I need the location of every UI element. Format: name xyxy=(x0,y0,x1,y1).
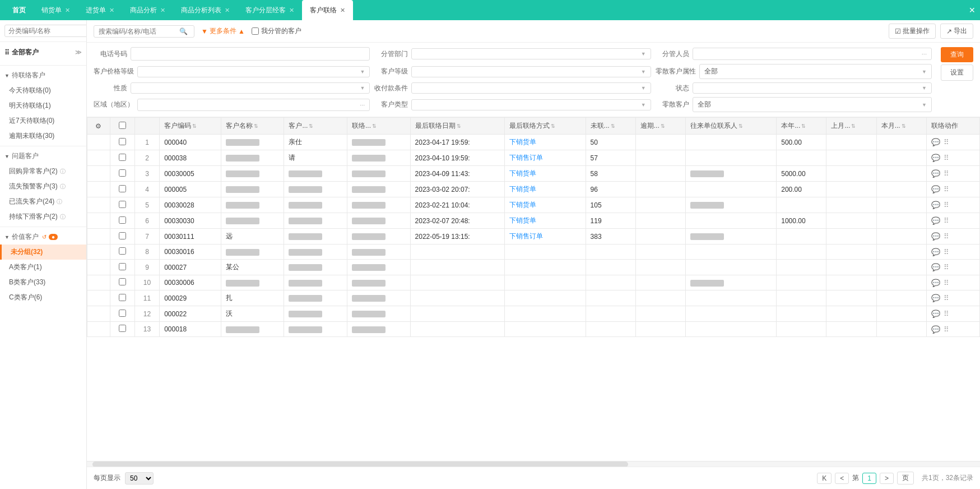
cell-checkbox-4[interactable] xyxy=(110,197,134,213)
sidebar-item-warning[interactable]: 流失预警客户(3) ⓘ xyxy=(0,179,86,194)
th-last-method-sort[interactable]: ⇅ xyxy=(551,123,555,129)
sidebar-item-c[interactable]: C类客户(6) xyxy=(0,290,86,305)
th-this-year[interactable]: 本年...⇅ xyxy=(777,118,826,135)
collapse-icon[interactable]: ≫ xyxy=(75,49,82,56)
more-icon-5[interactable]: ⠿ xyxy=(944,216,949,225)
cell-checkbox-6[interactable] xyxy=(110,229,134,245)
th-last-date-sort[interactable]: ⇅ xyxy=(457,123,461,129)
tab-sales-close[interactable]: ✕ xyxy=(65,7,70,14)
batch-op-button[interactable]: ☑ 批量操作 xyxy=(889,24,936,39)
cell-checkbox-8[interactable] xyxy=(110,260,134,275)
more-icon-6[interactable]: ⠿ xyxy=(944,232,949,241)
sidebar-item-declining[interactable]: 持续下滑客户(2) ⓘ xyxy=(0,209,86,224)
th-name-sort[interactable]: ⇅ xyxy=(254,123,258,129)
adv-cust-type-select[interactable]: ▼ xyxy=(411,99,651,110)
th-last-month-sort[interactable]: ⇅ xyxy=(851,123,856,129)
adv-payment-select[interactable]: ▼ xyxy=(411,82,651,94)
th-contact[interactable]: 联络...⇅ xyxy=(347,118,410,135)
cell-last-method-6[interactable]: 下销售订单 xyxy=(504,229,586,245)
page-size-select[interactable]: 50 100 200 xyxy=(125,472,154,485)
cell-checkbox-5[interactable] xyxy=(110,213,134,229)
more-icon-7[interactable]: ⠿ xyxy=(944,248,949,256)
adv-manager-select[interactable]: ··· xyxy=(693,48,932,60)
message-icon-2[interactable]: 💬 xyxy=(931,169,940,178)
adv-cust-grade-select[interactable]: ▼ xyxy=(411,66,651,77)
cell-last-method-10[interactable] xyxy=(504,290,586,306)
th-name[interactable]: 客户名称⇅ xyxy=(221,118,284,135)
filter-more-btn[interactable]: ▼ 更多条件 ▲ xyxy=(201,26,245,36)
cell-last-method-12[interactable] xyxy=(504,322,586,337)
message-icon-3[interactable]: 💬 xyxy=(931,185,940,193)
th-type-sort[interactable]: ⇅ xyxy=(309,123,313,129)
message-icon-6[interactable]: 💬 xyxy=(931,232,940,241)
th-overdue[interactable]: 逾期...⇅ xyxy=(635,118,685,135)
th-last-month[interactable]: 上月...⇅ xyxy=(826,118,876,135)
tab-customer-contact[interactable]: 客户联络 ✕ xyxy=(302,0,353,20)
sidebar-item-a[interactable]: A类客户(1) xyxy=(0,260,86,275)
more-icon-2[interactable]: ⠿ xyxy=(944,169,949,178)
tab-customer-segment-close[interactable]: ✕ xyxy=(289,7,294,14)
tab-customer-segment[interactable]: 客户分层经客 ✕ xyxy=(238,0,302,20)
th-this-year-sort[interactable]: ⇅ xyxy=(801,123,806,129)
cell-last-method-5[interactable]: 下销货单 xyxy=(504,213,586,229)
message-icon-1[interactable]: 💬 xyxy=(931,154,940,162)
more-icon-8[interactable]: ⠿ xyxy=(944,263,949,271)
th-this-month[interactable]: 本月...⇅ xyxy=(876,118,926,135)
th-last-date[interactable]: 最后联络日期⇅ xyxy=(410,118,504,135)
prev-page-btn[interactable]: < xyxy=(835,473,849,484)
value-customers-header[interactable]: ▼ 价值客户 ↺ ● xyxy=(0,229,86,245)
sidebar-item-abnormal[interactable]: 回购异常客户(2) ⓘ xyxy=(0,164,86,179)
tab-purchase-close[interactable]: ✕ xyxy=(109,7,114,14)
cell-checkbox-11[interactable] xyxy=(110,306,134,322)
message-icon-9[interactable]: 💬 xyxy=(931,279,940,287)
cell-last-method-11[interactable] xyxy=(504,306,586,322)
all-customers-header[interactable]: ⠿ 全部客户 ≫ xyxy=(0,45,86,59)
message-icon-12[interactable]: 💬 xyxy=(931,325,940,334)
th-checkbox[interactable] xyxy=(110,118,134,135)
more-icon-1[interactable]: ⠿ xyxy=(944,154,949,162)
message-icon-7[interactable]: 💬 xyxy=(931,248,940,256)
tab-product-analysis-list[interactable]: 商品分析列表 ✕ xyxy=(173,0,238,20)
sidebar-item-b[interactable]: B类客户(33) xyxy=(0,275,86,290)
cell-checkbox-2[interactable] xyxy=(110,166,134,182)
message-icon-11[interactable]: 💬 xyxy=(931,310,940,318)
message-icon-8[interactable]: 💬 xyxy=(931,263,940,271)
message-icon-10[interactable]: 💬 xyxy=(931,294,940,302)
cell-checkbox-7[interactable] xyxy=(110,245,134,260)
adv-price-grade-select[interactable]: ▼ xyxy=(137,66,370,77)
adv-dept-select[interactable]: ▼ xyxy=(411,48,651,59)
tab-purchase[interactable]: 进货单 ✕ xyxy=(78,0,122,20)
last-page-btn[interactable]: 页 xyxy=(897,472,914,485)
cell-checkbox-1[interactable] xyxy=(110,150,134,166)
tab-customer-contact-close[interactable]: ✕ xyxy=(340,7,345,14)
cell-checkbox-10[interactable] xyxy=(110,290,134,306)
cell-last-method-0[interactable]: 下销货单 xyxy=(504,135,586,150)
more-icon-12[interactable]: ⠿ xyxy=(944,325,949,334)
cell-last-method-1[interactable]: 下销售订单 xyxy=(504,150,586,166)
th-unit-contact[interactable]: 往来单位联系人⇅ xyxy=(685,118,776,135)
th-last-method[interactable]: 最后联络方式⇅ xyxy=(504,118,586,135)
more-icon-3[interactable]: ⠿ xyxy=(944,185,949,193)
problem-customers-header[interactable]: ▼ 问题客户 xyxy=(0,149,86,164)
th-contact-sort[interactable]: ⇅ xyxy=(372,123,377,129)
sidebar-item-overdue[interactable]: 逾期未联络(30) xyxy=(0,128,86,144)
sidebar-item-lost[interactable]: 已流失客户(24) ⓘ xyxy=(0,194,86,209)
th-this-month-sort[interactable]: ⇅ xyxy=(902,123,906,129)
export-button[interactable]: ↗ 导出 xyxy=(940,24,973,39)
cell-checkbox-0[interactable] xyxy=(110,135,134,150)
sidebar-item-today[interactable]: 今天待联络(0) xyxy=(0,83,86,98)
adv-status-select[interactable]: ▼ xyxy=(693,82,932,94)
adv-scatter-select[interactable]: 全部 ▼ xyxy=(693,97,932,112)
sidebar-search-input[interactable] xyxy=(4,25,87,37)
sidebar-item-tomorrow[interactable]: 明天待联络(1) xyxy=(0,98,86,113)
horizontal-scrollbar[interactable] xyxy=(87,461,980,467)
tab-home[interactable]: 首页 xyxy=(4,0,34,20)
select-all-checkbox[interactable] xyxy=(119,122,126,129)
adv-nature-select[interactable]: ▼ xyxy=(131,82,370,94)
adv-phone-input[interactable] xyxy=(131,47,370,61)
cell-checkbox-9[interactable] xyxy=(110,275,134,290)
th-unit-contact-sort[interactable]: ⇅ xyxy=(739,123,743,129)
sidebar-item-ungroup[interactable]: 未分组(32) xyxy=(0,245,86,260)
th-type[interactable]: 客户...⇅ xyxy=(284,118,347,135)
filter-search-icon[interactable]: 🔍 xyxy=(179,27,188,35)
